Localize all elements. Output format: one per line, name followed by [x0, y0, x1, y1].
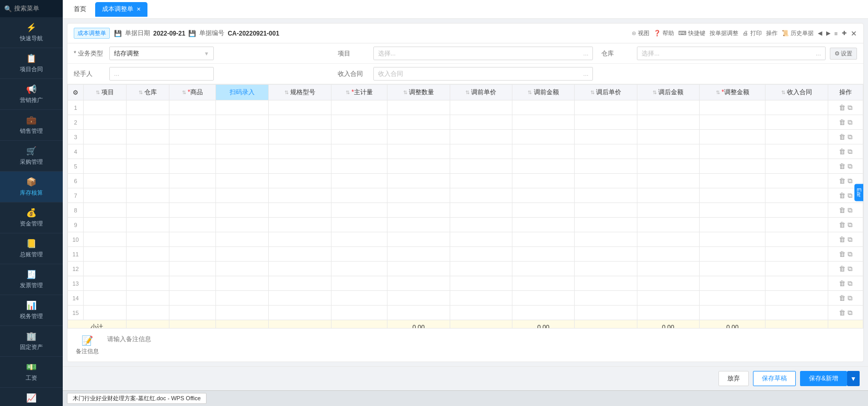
save-new-dropdown-button[interactable]: ▼	[847, 371, 860, 386]
data-cell[interactable]	[269, 159, 331, 174]
data-cell[interactable]	[637, 188, 699, 203]
data-cell[interactable]	[215, 144, 269, 159]
data-cell[interactable]	[331, 247, 387, 262]
handler-input[interactable]: ...	[109, 67, 214, 81]
data-cell[interactable]	[215, 203, 269, 218]
data-cell[interactable]	[269, 247, 331, 262]
data-cell[interactable]	[699, 306, 766, 320]
data-cell[interactable]	[269, 262, 331, 276]
sidebar-item-capital-mgmt[interactable]: 💰 资金管理	[0, 202, 63, 233]
data-cell[interactable]	[637, 276, 699, 291]
data-cell[interactable]	[331, 188, 387, 203]
data-cell[interactable]	[575, 262, 637, 276]
data-cell[interactable]	[766, 188, 828, 203]
data-cell[interactable]	[126, 100, 169, 115]
data-cell[interactable]	[575, 174, 637, 188]
delete-row-btn[interactable]: 🗑	[839, 279, 846, 287]
notes-input[interactable]	[105, 333, 857, 352]
data-cell[interactable]	[84, 276, 127, 291]
copy-row-btn[interactable]: ⧉	[848, 162, 852, 171]
sort-icon-project[interactable]: ⇅	[96, 89, 100, 95]
delete-row-btn[interactable]: 🗑	[839, 133, 846, 141]
data-cell[interactable]	[766, 130, 828, 144]
data-cell[interactable]	[126, 232, 169, 247]
data-cell[interactable]	[450, 247, 512, 262]
delete-row-btn[interactable]: 🗑	[839, 294, 846, 302]
data-cell[interactable]	[512, 188, 574, 203]
data-cell[interactable]	[575, 232, 637, 247]
data-cell[interactable]	[331, 130, 387, 144]
data-cell[interactable]	[699, 188, 766, 203]
copy-row-btn[interactable]: ⧉	[848, 118, 852, 127]
settings-button[interactable]: ⚙ 设置	[830, 48, 857, 60]
data-cell[interactable]	[331, 262, 387, 276]
data-cell[interactable]	[269, 144, 331, 159]
data-cell[interactable]	[84, 232, 127, 247]
delete-row-btn[interactable]: 🗑	[839, 235, 846, 243]
copy-row-btn[interactable]: ⧉	[848, 265, 852, 273]
data-cell[interactable]	[84, 115, 127, 130]
data-cell[interactable]	[637, 100, 699, 115]
nav-new-btn[interactable]: ✚	[842, 30, 847, 37]
data-cell[interactable]	[331, 218, 387, 232]
data-cell[interactable]	[699, 100, 766, 115]
data-cell[interactable]	[84, 247, 127, 262]
discard-button[interactable]: 放弃	[718, 371, 749, 386]
data-cell[interactable]	[169, 130, 215, 144]
data-cell[interactable]	[699, 174, 766, 188]
copy-row-btn[interactable]: ⧉	[848, 104, 852, 112]
data-cell[interactable]	[126, 247, 169, 262]
data-cell[interactable]	[126, 144, 169, 159]
data-cell[interactable]	[699, 247, 766, 262]
data-cell[interactable]	[575, 247, 637, 262]
data-cell[interactable]	[387, 247, 450, 262]
sort-icon-adjust-qty[interactable]: ⇅	[403, 89, 407, 95]
copy-row-btn[interactable]: ⧉	[848, 133, 852, 141]
sort-icon-product[interactable]: ⇅	[182, 89, 186, 95]
sidebar-item-ledger-mgmt[interactable]: 📒 总账管理	[0, 233, 63, 264]
data-cell[interactable]	[84, 203, 127, 218]
nav-next-btn[interactable]: ▶	[826, 30, 830, 37]
copy-row-btn[interactable]: ⧉	[848, 279, 852, 288]
data-cell[interactable]	[387, 218, 450, 232]
data-cell[interactable]	[575, 115, 637, 130]
sidebar-item-tax-mgmt[interactable]: 📊 税务管理	[0, 295, 63, 326]
business-type-input[interactable]: 结存调整 ▼	[109, 47, 214, 60]
data-cell[interactable]	[450, 115, 512, 130]
warehouse-input[interactable]: 选择... ...	[637, 47, 826, 60]
sort-icon-before-amount[interactable]: ⇅	[528, 89, 532, 95]
sort-icon-before-price[interactable]: ⇅	[465, 89, 470, 95]
tab-cost-adjust[interactable]: 成本调整单 ✕	[95, 2, 147, 17]
copy-row-btn[interactable]: ⧉	[848, 221, 852, 229]
sort-icon-after-amount[interactable]: ⇅	[653, 89, 657, 95]
data-cell[interactable]	[766, 218, 828, 232]
data-cell[interactable]	[84, 306, 127, 320]
copy-row-btn[interactable]: ⧉	[848, 206, 852, 215]
sidebar-item-sales-mgmt[interactable]: 💼 销售管理	[0, 110, 63, 141]
data-cell[interactable]	[575, 276, 637, 291]
delete-row-btn[interactable]: 🗑	[839, 118, 846, 126]
data-cell[interactable]	[575, 203, 637, 218]
data-cell[interactable]	[84, 130, 127, 144]
data-cell[interactable]	[84, 159, 127, 174]
data-cell[interactable]	[766, 174, 828, 188]
delete-row-btn[interactable]: 🗑	[839, 250, 846, 258]
data-cell[interactable]	[331, 306, 387, 320]
data-cell[interactable]	[699, 144, 766, 159]
data-cell[interactable]	[450, 203, 512, 218]
data-cell[interactable]	[450, 188, 512, 203]
sidebar-item-fixed-assets[interactable]: 🏢 固定资产	[0, 326, 63, 357]
data-cell[interactable]	[699, 232, 766, 247]
data-cell[interactable]	[169, 188, 215, 203]
data-cell[interactable]	[699, 203, 766, 218]
data-cell[interactable]	[637, 203, 699, 218]
data-cell[interactable]	[450, 291, 512, 306]
data-cell[interactable]	[126, 188, 169, 203]
nav-prev-btn[interactable]: ◀	[818, 30, 822, 37]
data-cell[interactable]	[766, 144, 828, 159]
data-cell[interactable]	[387, 174, 450, 188]
data-cell[interactable]	[766, 203, 828, 218]
data-cell[interactable]	[269, 115, 331, 130]
more-action[interactable]: 操作	[766, 29, 778, 37]
data-cell[interactable]	[699, 276, 766, 291]
